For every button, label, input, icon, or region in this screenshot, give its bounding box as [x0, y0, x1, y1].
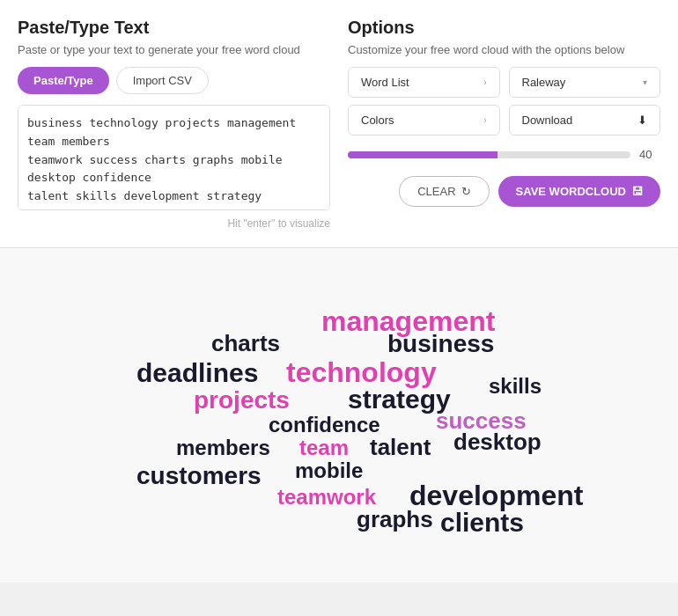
- word-business: business: [387, 330, 494, 358]
- colors-arrow: ›: [483, 115, 486, 125]
- word-talent: talent: [370, 434, 431, 461]
- row-colors-download: Colors › Download ⬇: [348, 105, 660, 136]
- tab-row: Paste/Type Import CSV: [18, 67, 330, 94]
- word-members: members: [176, 436, 270, 460]
- clear-label: CLEAR: [417, 185, 455, 198]
- save-label: SAVE WORDCLOUD: [516, 185, 626, 198]
- word-graphs: graphs: [357, 506, 433, 533]
- import-csv-tab[interactable]: Import CSV: [116, 67, 209, 94]
- word-desktop: desktop: [453, 429, 542, 456]
- wordlist-button[interactable]: Word List ›: [348, 67, 500, 98]
- text-input[interactable]: business technology projects management …: [18, 105, 330, 210]
- colors-button[interactable]: Colors ›: [348, 105, 500, 136]
- options-subtitle: Customize your free word cloud with the …: [348, 43, 660, 56]
- word-charts: charts: [211, 330, 280, 357]
- right-section: Options Customize your free word cloud w…: [348, 18, 660, 230]
- slider-row: 40: [348, 146, 660, 162]
- word-skills: skills: [489, 374, 542, 399]
- top-panel: Paste/Type Text Paste or type your text …: [0, 0, 678, 248]
- download-icon: ⬇: [637, 114, 647, 127]
- font-arrow: ▾: [643, 77, 647, 87]
- word-count-slider[interactable]: [348, 151, 630, 158]
- options-grid: Word List › Raleway ▾ Colors › Download …: [348, 67, 660, 162]
- word-confidence: confidence: [269, 413, 380, 437]
- word-team: team: [299, 436, 349, 460]
- slider-value: 40: [639, 148, 660, 161]
- word-deadlines: deadlines: [136, 358, 258, 388]
- wordlist-arrow: ›: [483, 77, 486, 87]
- left-title: Paste/Type Text: [18, 18, 330, 38]
- left-section: Paste/Type Text Paste or type your text …: [18, 18, 330, 230]
- row-wordlist-font: Word List › Raleway ▾: [348, 67, 660, 98]
- wordlist-label: Word List: [361, 76, 409, 89]
- paste-type-tab[interactable]: Paste/Type: [18, 67, 109, 94]
- options-title: Options: [348, 18, 660, 38]
- word-clients: clients: [440, 508, 524, 538]
- slider-container: [348, 146, 630, 162]
- action-row: CLEAR ↻ SAVE WORDCLOUD 🖫: [348, 176, 660, 207]
- wordcloud-section: managementchartsbusinessdeadlinestechnol…: [0, 248, 678, 583]
- refresh-icon: ↻: [461, 185, 471, 198]
- word-mobile: mobile: [295, 458, 363, 483]
- word-projects: projects: [194, 386, 290, 414]
- colors-label: Colors: [361, 114, 394, 127]
- download-label: Download: [522, 114, 573, 127]
- hint-text: Hit "enter" to visualize: [18, 217, 330, 230]
- font-button[interactable]: Raleway ▾: [509, 67, 661, 98]
- clear-button[interactable]: CLEAR ↻: [399, 176, 489, 207]
- wordcloud-container: managementchartsbusinessdeadlinestechnol…: [40, 279, 638, 552]
- download-button[interactable]: Download ⬇: [509, 105, 661, 136]
- word-customers: customers: [136, 462, 262, 490]
- font-label: Raleway: [522, 76, 566, 89]
- save-wordcloud-button[interactable]: SAVE WORDCLOUD 🖫: [498, 176, 660, 207]
- save-icon: 🖫: [631, 185, 643, 198]
- left-subtitle: Paste or type your text to generate your…: [18, 43, 330, 56]
